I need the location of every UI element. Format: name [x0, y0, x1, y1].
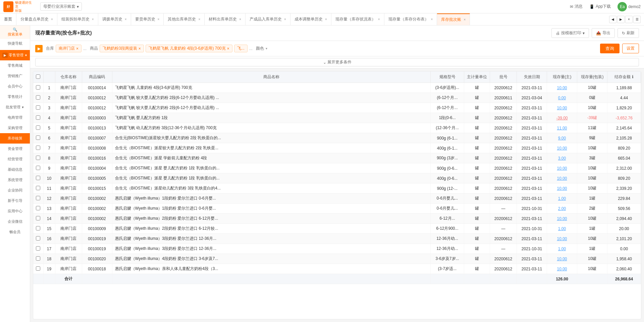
expand-conditions-btn[interactable]: ⌄ 展开更多条件	[35, 58, 639, 66]
sidebar-item-basic[interactable]: 基础信息	[0, 164, 30, 175]
tab-close-icon[interactable]: ×	[198, 17, 200, 21]
row-checkbox[interactable]	[36, 186, 40, 190]
tab-next-btn[interactable]: ▶	[617, 16, 625, 23]
sidebar-item-retail-stats[interactable]: 零售统计	[0, 92, 30, 102]
sidebar-item-wholesale[interactable]: 批发管理 ▼	[0, 102, 30, 112]
row-checkbox[interactable]	[36, 216, 40, 220]
tab-requisition-history[interactable]: 要货单历史 ×	[131, 13, 164, 25]
settings-btn[interactable]: 设置	[622, 44, 639, 53]
messages-btn[interactable]: ✉ 消息	[570, 4, 583, 9]
sidebar-item-member[interactable]: 会员中心	[0, 81, 30, 92]
product-more-dots[interactable]: ...	[249, 46, 253, 51]
product-tag1-remove[interactable]: ×	[139, 46, 141, 51]
stock-main-link[interactable]: 1.00	[558, 196, 566, 201]
row-checkbox[interactable]	[36, 105, 40, 110]
stock-main-link[interactable]: -39.00	[556, 116, 568, 120]
tab-prev-btn[interactable]: ◀	[609, 16, 616, 23]
tab-stock-status[interactable]: 现存量（库存状况表） ×	[331, 13, 384, 25]
product-tag-1[interactable]: 飞鹤奶粉3段两提装 ×	[100, 45, 144, 52]
row-checkbox[interactable]	[36, 156, 40, 160]
tab-close-icon[interactable]: ×	[158, 17, 160, 21]
sidebar-item-finance[interactable]: 资金管理	[0, 144, 30, 154]
tab-close-icon[interactable]: ×	[51, 17, 53, 21]
tab-product-in-history[interactable]: 产成品入库单历史 ×	[246, 13, 290, 25]
row-checkbox[interactable]	[36, 196, 40, 200]
refresh-btn[interactable]: ↻ 刷新	[618, 28, 639, 38]
tab-close-icon[interactable]: ×	[431, 17, 433, 21]
row-checkbox[interactable]	[36, 176, 40, 180]
app-download-btn[interactable]: 📱 App下载	[589, 4, 611, 9]
stock-main-link[interactable]: 0.00	[558, 96, 566, 100]
tab-other-out-history[interactable]: 其他出库单历史 ×	[164, 13, 205, 25]
tab-close-all-btn[interactable]: ×	[625, 16, 633, 23]
stock-main-link[interactable]: 10.00	[557, 106, 567, 110]
row-checkbox[interactable]	[36, 115, 40, 120]
tab-batch-voucher[interactable]: 库存批次账 ×	[437, 13, 470, 25]
stock-main-link[interactable]: 10.00	[557, 86, 567, 90]
stock-main-link[interactable]: 1.00	[558, 226, 566, 231]
stock-main-link[interactable]: 10.00	[557, 257, 567, 261]
sidebar-item-system[interactable]: 系统管理	[0, 175, 30, 185]
stock-main-link[interactable]: 10.00	[557, 267, 567, 271]
row-checkbox[interactable]	[36, 146, 40, 150]
query-btn[interactable]: 查询	[600, 44, 620, 53]
sidebar-item-ecommerce[interactable]: 电商管理	[0, 112, 30, 123]
sidebar-item-purchase[interactable]: 采购管理	[0, 123, 30, 133]
stock-main-link[interactable]: 10.00	[557, 236, 567, 241]
tab-stock-distribution[interactable]: 现存量（库存分布表） ×	[384, 13, 437, 25]
row-checkbox[interactable]	[36, 256, 40, 261]
sidebar-item-marketing[interactable]: 营销推广	[0, 71, 30, 81]
stock-main-link[interactable]: 10.00	[557, 216, 567, 221]
tab-close-icon[interactable]: ×	[325, 17, 327, 21]
export-btn[interactable]: 📤 导出	[592, 28, 615, 38]
row-checkbox[interactable]	[36, 85, 40, 90]
row-checkbox[interactable]	[36, 125, 40, 130]
tab-cost-adjust-history[interactable]: 成本调整单历史 ×	[290, 13, 331, 25]
select-all-checkbox[interactable]	[36, 74, 40, 79]
user-avatar-btn[interactable]: Ea demo2	[618, 2, 641, 11]
sidebar-item-retail[interactable]: ▶ 零售管理 ▼	[0, 50, 30, 60]
row-checkbox[interactable]	[36, 226, 40, 230]
stock-main-link[interactable]: 9.00	[558, 136, 566, 141]
tab-menu-btn[interactable]: ☰	[633, 16, 641, 23]
print-btn[interactable]: 🖨 按模板打印 ▾	[551, 28, 589, 38]
filter-expand-arrow[interactable]: ▶	[35, 45, 43, 52]
warehouse-tag[interactable]: 南岸门店 ×	[56, 45, 82, 52]
row-checkbox[interactable]	[36, 206, 40, 210]
warehouse-more-dots[interactable]: ...	[83, 46, 87, 51]
sidebar-item-inventory[interactable]: 库存核算	[0, 133, 30, 144]
sidebar-item-app-center[interactable]: 应用中心	[0, 206, 30, 216]
tab-close-icon[interactable]: ×	[92, 17, 94, 21]
row-checkbox[interactable]	[36, 95, 40, 100]
product-tag2-remove[interactable]: ×	[227, 46, 229, 51]
tab-adjust-history[interactable]: 调拨单历史 ×	[98, 13, 131, 25]
sidebar-item-vip[interactable]: 畅会员	[0, 227, 30, 237]
tab-close-icon[interactable]: ×	[125, 17, 127, 21]
sidebar-item-guide[interactable]: 新手引导	[0, 196, 30, 206]
stock-main-link[interactable]: 10.00	[557, 176, 567, 181]
warehouse-tag-remove[interactable]: ×	[76, 46, 78, 51]
sidebar-search-menu[interactable]: 🔍 搜索菜单	[0, 25, 30, 39]
row-checkbox[interactable]	[36, 236, 40, 240]
tab-material-out-history[interactable]: 材料出库单历史 ×	[205, 13, 246, 25]
sidebar-item-retail-shop[interactable]: 零售商城	[0, 60, 30, 71]
tab-split-history[interactable]: 分量盘点单历史 ×	[16, 13, 57, 25]
tab-close-icon[interactable]: ×	[239, 17, 241, 21]
stock-main-link[interactable]: 10.00	[557, 166, 567, 171]
sidebar-quick-nav[interactable]: 快捷导航	[0, 39, 30, 48]
tab-close-icon[interactable]: ×	[378, 17, 380, 21]
tab-home[interactable]: 首页	[0, 13, 16, 25]
tab-close-icon[interactable]: ×	[284, 17, 286, 21]
row-checkbox[interactable]	[36, 136, 40, 140]
stock-main-link[interactable]: 2.00	[558, 206, 566, 211]
row-checkbox[interactable]	[36, 246, 40, 251]
product-tag-3[interactable]: 飞...	[234, 45, 248, 52]
sidebar-item-management[interactable]: 经营管理	[0, 154, 30, 164]
stock-main-link[interactable]: 10.00	[557, 146, 567, 151]
tab-close-icon[interactable]: ×	[464, 18, 466, 21]
stock-main-link[interactable]: 3.00	[558, 156, 566, 161]
product-tag-2[interactable]: 飞鹤星飞帆 儿童奶粉 4段(3-6岁适用) 700克 ×	[146, 45, 232, 52]
stock-main-link[interactable]: 11.00	[557, 126, 567, 130]
tab-disassemble-history[interactable]: 组装拆卸单历史 ×	[57, 13, 98, 25]
row-checkbox[interactable]	[36, 266, 40, 271]
